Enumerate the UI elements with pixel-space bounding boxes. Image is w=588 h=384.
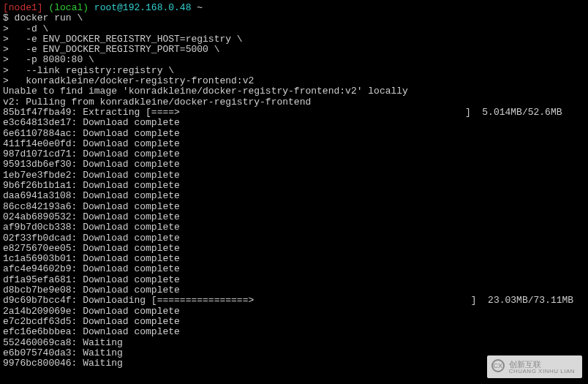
docker-layer-line: 9b6f26b1b1a1: Download complete (3, 181, 585, 191)
terminal-line: Unable to find image 'konradkleine/docke… (3, 86, 585, 97)
docker-layer-line: 024ab6890532: Download complete (3, 212, 585, 222)
docker-layer-line: 02f33fb0dcad: Download complete (3, 233, 585, 244)
docker-layer-line: 552460069ca8: Waiting (3, 338, 585, 348)
terminal-line: > -e ENV_DOCKER_REGISTRY_PORT=5000 \ (3, 45, 585, 55)
terminal-line: > --link registry:registry \ (3, 66, 585, 76)
terminal-output[interactable]: [node1] (local) root@192.168.0.48 ~$ doc… (3, 3, 585, 369)
watermark-subtitle: CHUANG XINHU LIAN (509, 369, 575, 375)
docker-layer-line: e7c2bcdf63d5: Download complete (3, 317, 585, 327)
docker-layer-line: 2a14b209069e: Download complete (3, 306, 585, 317)
docker-layer-line: e3c64813de17: Download complete (3, 118, 585, 128)
docker-layer-line: daa6941a3108: Download complete (3, 191, 585, 201)
terminal-line: $ docker run \ (3, 13, 585, 23)
docker-layer-line: 987d1071cd71: Download complete (3, 149, 585, 159)
terminal-line: [node1] (local) root@192.168.0.48 ~ (3, 3, 585, 13)
terminal-line: v2: Pulling from konradkleine/docker-reg… (3, 97, 585, 108)
docker-layer-line: 411f14e0e0fd: Download complete (3, 139, 585, 149)
docker-layer-line: e8275670ee05: Download complete (3, 244, 585, 254)
docker-layer-line: afc4e94602b9: Download complete (3, 264, 585, 274)
docker-layer-line: 6e61107884ac: Download complete (3, 129, 585, 139)
docker-layer-line: 95913db6ef30: Download complete (3, 159, 585, 170)
docker-layer-line: d9c69b7bcc4f: Downloading [=============… (3, 295, 585, 306)
terminal-line: > -e ENV_DOCKER_REGISTRY_HOST=registry \ (3, 34, 585, 45)
docker-layer-line: d8bcb7be9e08: Download complete (3, 285, 585, 295)
terminal-line: > -p 8080:80 \ (3, 55, 585, 65)
watermark-logo-icon: CX (491, 359, 505, 372)
watermark: CX 创新互联 CHUANG XINHU LIAN (487, 355, 582, 378)
docker-layer-line: 85b1f47fba49: Extracting [====> ] 5.014M… (3, 108, 585, 118)
docker-layer-line: 1eb7ee3fbde2: Download complete (3, 170, 585, 181)
docker-layer-line: efc16e6bbbea: Download complete (3, 327, 585, 337)
docker-layer-line: 86cc842193a6: Download complete (3, 202, 585, 212)
docker-layer-line: 1c1a56903b01: Download complete (3, 254, 585, 264)
docker-layer-line: df1a95efa681: Download complete (3, 275, 585, 285)
terminal-line: > -d \ (3, 24, 585, 34)
docker-layer-line: af9b7d0cb338: Download complete (3, 222, 585, 233)
terminal-line: > konradkleine/docker-registry-frontend:… (3, 76, 585, 86)
